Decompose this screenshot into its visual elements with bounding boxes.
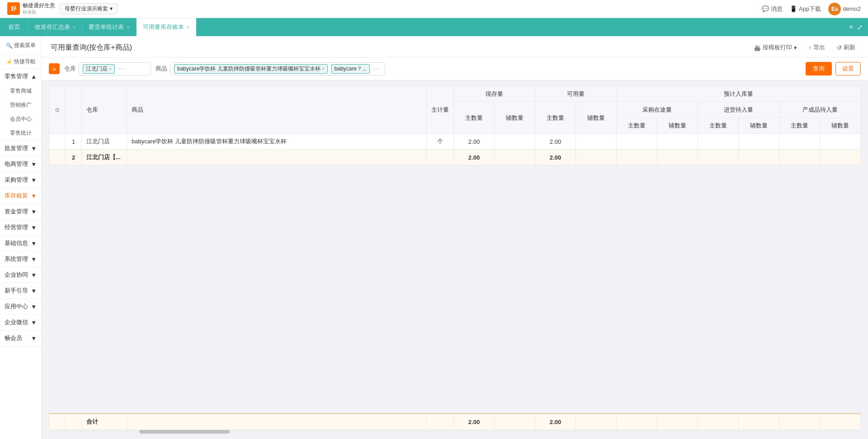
tab-home[interactable]: 首页	[0, 18, 28, 36]
chevron-down-icon: ▼	[31, 256, 37, 263]
warehouse-filter-label: 仓库	[64, 65, 76, 73]
sidebar-item-basic-info[interactable]: 基础信息 ▼	[0, 236, 41, 251]
sidebar-item-wholesale-mgmt[interactable]: 批发管理 ▼	[0, 141, 41, 156]
sidebar-item-finance-mgmt[interactable]: 资金管理 ▼	[0, 204, 41, 219]
filter-expand-button[interactable]: »	[49, 63, 60, 74]
warehouse-tag-value: 江北门店	[86, 65, 108, 73]
sidebar-item-ecommerce-mgmt[interactable]: 电商管理 ▼	[0, 156, 41, 172]
warehouse-input[interactable]: 江北门店 × ···	[79, 62, 151, 76]
page-header-actions: 🖨️ 按模板打印 ▾ ↑ 导出 ↺ 刷新	[750, 42, 859, 53]
sidebar-item-purchase-mgmt[interactable]: 采购管理 ▼	[0, 172, 41, 188]
logo-text: 畅捷通好生意	[23, 2, 55, 9]
sidebar-item-system-mgmt[interactable]: 系统管理 ▼	[0, 251, 41, 267]
row2-warehouse: 江北门店【...	[82, 150, 127, 165]
product-more-button[interactable]: ···	[372, 65, 381, 73]
th-stock-main-qty: 主数量	[454, 102, 495, 134]
tab-receive-send-close[interactable]: ×	[73, 24, 75, 30]
row2-proc-main	[617, 150, 657, 165]
sidebar-item-marketing[interactable]: 营销推广	[0, 98, 41, 112]
tab-available-inventory-close[interactable]: ×	[187, 24, 189, 30]
chevron-down-icon: ▼	[31, 319, 37, 326]
print-button[interactable]: 🖨️ 按模板打印 ▾	[750, 42, 801, 53]
footer-avail-aux	[576, 414, 617, 430]
footer-empty-1	[49, 414, 66, 430]
refresh-icon: ↺	[837, 44, 842, 51]
tab-available-inventory-label: 可用量库存账本	[143, 23, 184, 31]
tab-order-stats-close[interactable]: ×	[127, 24, 129, 30]
logo-icon: 好	[7, 2, 20, 15]
message-label: 消息	[771, 5, 783, 13]
sidebar-item-retail-mgmt[interactable]: 零售管理 ▲	[0, 69, 41, 84]
row2-unit	[427, 150, 454, 165]
sidebar-section-enterprise-wechat: 企业微信 ▼	[0, 315, 41, 330]
warehouse-tag-close[interactable]: ×	[109, 66, 112, 71]
horizontal-scrollbar[interactable]	[49, 430, 861, 434]
row2-prod-aux	[820, 150, 861, 165]
th-avail-aux-qty: 辅数量	[576, 102, 617, 134]
row2-no: 2	[66, 150, 82, 165]
user-avatar: Ea	[828, 3, 841, 15]
sidebar-item-app-center[interactable]: 应用中心 ▼	[0, 299, 41, 314]
product-tag-1-value: babycare学饮杯 儿童防摔防撞吸管杯重力球吸嘴杯宝宝水杯	[177, 65, 321, 73]
warehouse-tag[interactable]: 江北门店 ×	[83, 64, 115, 74]
footer-prod-main	[779, 414, 820, 430]
tab-order-stats[interactable]: 要货单统计表 ×	[82, 18, 136, 36]
warehouse-filter-group: 仓库 江北门店 × ···	[64, 62, 151, 76]
query-button[interactable]: 查询	[806, 62, 832, 76]
th-stock-aux-qty: 辅数量	[495, 102, 535, 134]
row1-prod-main	[779, 134, 820, 150]
sidebar-quick-nav[interactable]: ⚡ 快捷导航	[0, 55, 41, 69]
sidebar-item-member-center[interactable]: 会员中心	[0, 112, 41, 126]
product-tag-1-close[interactable]: ×	[322, 66, 325, 71]
row2-proc-aux	[657, 150, 698, 165]
footer-proc-aux	[657, 414, 698, 430]
row1-product: babycare学饮杯 儿童防摔防撞吸管杯重力球吸嘴杯宝宝水杯	[127, 134, 427, 150]
tab-available-inventory[interactable]: 可用量库存账本 ×	[137, 18, 196, 36]
top-bar-right: 💬 消息 📱 App下载 Ea demo2	[762, 3, 861, 15]
product-input[interactable]: babycare学饮杯 儿童防摔防撞吸管杯重力球吸嘴杯宝宝水杯 × babyca…	[170, 62, 385, 76]
th-procurement-transit: 采购在途量	[617, 102, 698, 118]
th-prod-aux-qty: 辅数量	[820, 118, 861, 134]
sidebar-item-enterprise-collab[interactable]: 企业协同 ▼	[0, 267, 41, 283]
sidebar-search-button[interactable]: 🔍 搜索菜单	[4, 40, 38, 51]
footer-purch-main	[698, 414, 739, 430]
expand-window-button[interactable]: ⤢	[857, 23, 863, 32]
footer-empty-unit	[427, 414, 454, 430]
chevron-down-icon: ▾	[110, 5, 113, 12]
export-label: 导出	[813, 43, 825, 52]
app-download-button[interactable]: 📱 App下载	[790, 5, 821, 13]
row2-purch-main	[698, 150, 739, 165]
close-all-tabs-button[interactable]: ×	[849, 23, 853, 31]
sidebar-item-operation-mgmt[interactable]: 经营管理 ▼	[0, 220, 41, 235]
chevron-down-icon: ▼	[31, 240, 37, 247]
sidebar-item-member[interactable]: 畅会员 ▼	[0, 330, 41, 346]
product-tag-2-value: babycare？...	[335, 65, 367, 73]
user-area[interactable]: Ea demo2	[828, 3, 861, 15]
page-title: 可用量查询(按仓库+商品)	[51, 43, 132, 52]
warehouse-more-button[interactable]: ···	[117, 65, 126, 73]
industry-label: 母婴行业演示账套	[65, 5, 108, 13]
settings-button[interactable]: 设置	[835, 62, 861, 76]
settings-icon[interactable]: ⚙	[55, 107, 60, 113]
sidebar-item-retail-mall[interactable]: 零售商城	[0, 84, 41, 98]
sidebar-item-new-guide[interactable]: 新手引导 ▼	[0, 283, 41, 298]
logo-text-block: 畅捷通好生意 标准版	[23, 2, 55, 15]
scrollbar-thumb[interactable]	[139, 430, 230, 434]
sidebar-item-inventory-check[interactable]: 库存核算 ▼	[0, 188, 41, 203]
th-no	[66, 86, 82, 134]
chevron-down-icon: ▼	[31, 335, 37, 342]
message-button[interactable]: 💬 消息	[762, 5, 783, 13]
product-tag-2[interactable]: babycare？...	[331, 64, 370, 74]
sidebar-item-retail-stats[interactable]: 零售统计	[0, 126, 41, 140]
row1-prod-aux	[820, 134, 861, 150]
tab-receive-send[interactable]: 收发存汇总表 ×	[28, 18, 82, 36]
row1-unit: 个	[427, 134, 454, 150]
row1-avail-main: 2.00	[535, 134, 576, 150]
export-button[interactable]: ↑ 导出	[805, 42, 829, 53]
sidebar-item-enterprise-wechat[interactable]: 企业微信 ▼	[0, 315, 41, 330]
industry-selector[interactable]: 母婴行业演示账套 ▾	[60, 3, 118, 14]
nav-tabs: 首页 收发存汇总表 × 要货单统计表 × 可用量库存账本 × × ⤢	[0, 18, 868, 36]
product-tag-1[interactable]: babycare学饮杯 儿童防摔防撞吸管杯重力球吸嘴杯宝宝水杯 ×	[174, 64, 328, 74]
refresh-button[interactable]: ↺ 刷新	[833, 42, 859, 53]
chevron-down-icon: ▼	[31, 224, 37, 231]
